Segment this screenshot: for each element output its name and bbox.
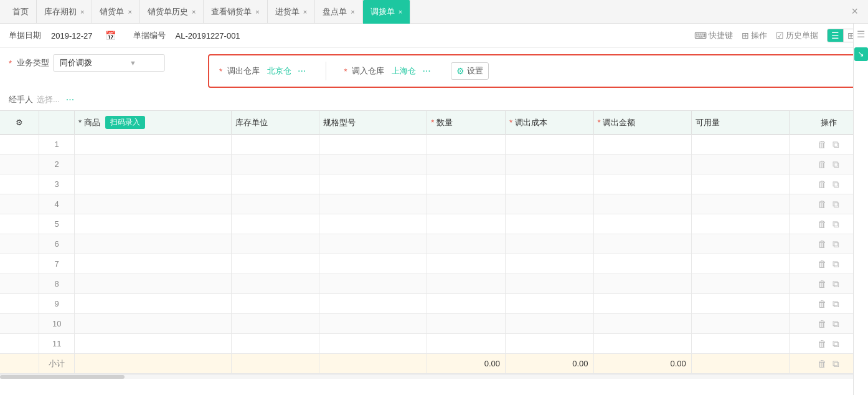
row-unit-cell[interactable] [231, 294, 319, 314]
row-qty-cell[interactable] [427, 234, 506, 254]
row-spec-cell[interactable] [319, 214, 427, 234]
row-qty-cell[interactable] [427, 294, 506, 314]
row-unit-cell[interactable] [231, 334, 319, 354]
row-cost-cell[interactable] [506, 314, 594, 334]
copy-icon[interactable]: ⧉ [833, 179, 839, 189]
copy-icon[interactable]: ⧉ [833, 199, 839, 209]
row-cost-cell[interactable] [506, 214, 594, 234]
row-product-cell[interactable] [75, 314, 232, 334]
settings-button[interactable]: ⚙ 设置 [451, 62, 489, 80]
row-unit-cell[interactable] [231, 174, 319, 194]
row-qty-cell[interactable] [427, 314, 506, 334]
subtotal-delete-icon[interactable]: 🗑 [818, 358, 827, 369]
shortcut-btn[interactable]: ⌨ 快捷键 [694, 30, 733, 41]
history-btn[interactable]: ☑ 历史单据 [776, 30, 818, 41]
row-spec-cell[interactable] [319, 234, 427, 254]
row-qty-cell[interactable] [427, 274, 506, 294]
row-unit-cell[interactable] [231, 155, 319, 174]
row-cost-cell[interactable] [506, 274, 594, 294]
row-available-cell[interactable] [691, 155, 789, 174]
copy-icon[interactable]: ⧉ [833, 278, 839, 289]
gear-col-header[interactable]: ⚙ [0, 111, 39, 135]
row-spec-cell[interactable] [319, 294, 427, 314]
tab-sales-history-close[interactable]: × [192, 8, 196, 16]
row-product-cell[interactable] [75, 254, 232, 274]
horizontal-scrollbar[interactable] [0, 374, 868, 379]
copy-icon[interactable]: ⧉ [833, 298, 839, 309]
row-available-cell[interactable] [691, 274, 789, 294]
row-product-cell[interactable] [75, 135, 232, 155]
row-amount-cell[interactable] [593, 174, 691, 194]
row-available-cell[interactable] [691, 314, 789, 334]
row-unit-cell[interactable] [231, 234, 319, 254]
delete-icon[interactable]: 🗑 [818, 318, 827, 329]
row-unit-cell[interactable] [231, 194, 319, 214]
row-spec-cell[interactable] [319, 174, 427, 194]
delete-icon[interactable]: 🗑 [818, 259, 827, 269]
row-spec-cell[interactable] [319, 334, 427, 354]
row-qty-cell[interactable] [427, 194, 506, 214]
row-product-cell[interactable] [75, 234, 232, 254]
row-spec-cell[interactable] [319, 254, 427, 274]
row-product-cell[interactable] [75, 194, 232, 214]
row-available-cell[interactable] [691, 254, 789, 274]
copy-icon[interactable]: ⧉ [833, 259, 839, 269]
row-spec-cell[interactable] [319, 135, 427, 155]
row-cost-cell[interactable] [506, 174, 594, 194]
sidebar-export-btn[interactable]: ↗ [854, 47, 868, 61]
row-cost-cell[interactable] [506, 155, 594, 174]
row-amount-cell[interactable] [593, 194, 691, 214]
row-cost-cell[interactable] [506, 194, 594, 214]
row-amount-cell[interactable] [593, 135, 691, 155]
row-unit-cell[interactable] [231, 214, 319, 234]
row-available-cell[interactable] [691, 135, 789, 155]
row-amount-cell[interactable] [593, 254, 691, 274]
tab-sales-order-close[interactable]: × [128, 8, 131, 16]
row-cost-cell[interactable] [506, 135, 594, 155]
operator-select[interactable]: 选择... [37, 94, 60, 105]
row-unit-cell[interactable] [231, 274, 319, 294]
tab-purchase-order[interactable]: 进货单 × [268, 0, 315, 24]
sidebar-list-icon[interactable]: ☰ [856, 29, 867, 40]
delete-icon[interactable]: 🗑 [818, 338, 827, 349]
row-cost-cell[interactable] [506, 234, 594, 254]
row-spec-cell[interactable] [319, 314, 427, 334]
row-spec-cell[interactable] [319, 274, 427, 294]
row-spec-cell[interactable] [319, 155, 427, 174]
row-amount-cell[interactable] [593, 155, 691, 174]
tab-inventory-init[interactable]: 库存期初 × [37, 0, 92, 24]
row-product-cell[interactable] [75, 214, 232, 234]
row-qty-cell[interactable] [427, 155, 506, 174]
delete-icon[interactable]: 🗑 [818, 179, 827, 189]
delete-icon[interactable]: 🗑 [818, 199, 827, 209]
copy-icon[interactable]: ⧉ [833, 318, 839, 329]
window-close-button[interactable]: × [846, 5, 863, 18]
operator-more-btn[interactable]: ··· [64, 94, 77, 105]
row-product-cell[interactable] [75, 155, 232, 174]
row-cost-cell[interactable] [506, 294, 594, 314]
copy-icon[interactable]: ⧉ [833, 139, 839, 150]
view-list-btn[interactable]: ☰ [828, 29, 844, 42]
row-unit-cell[interactable] [231, 314, 319, 334]
tab-inventory-init-close[interactable]: × [80, 8, 84, 16]
out-warehouse-more-btn[interactable]: ··· [295, 65, 308, 77]
row-unit-cell[interactable] [231, 135, 319, 155]
row-qty-cell[interactable] [427, 135, 506, 155]
row-amount-cell[interactable] [593, 294, 691, 314]
row-available-cell[interactable] [691, 334, 789, 354]
copy-icon[interactable]: ⧉ [833, 239, 839, 249]
row-available-cell[interactable] [691, 234, 789, 254]
row-product-cell[interactable] [75, 334, 232, 354]
scan-barcode-btn[interactable]: 扫码录入 [105, 116, 145, 129]
row-spec-cell[interactable] [319, 194, 427, 214]
tab-sales-history[interactable]: 销货单历史 × [140, 0, 204, 24]
tab-inventory-check-close[interactable]: × [351, 8, 354, 16]
row-available-cell[interactable] [691, 294, 789, 314]
row-amount-cell[interactable] [593, 274, 691, 294]
row-unit-cell[interactable] [231, 254, 319, 274]
row-available-cell[interactable] [691, 214, 789, 234]
delete-icon[interactable]: 🗑 [818, 139, 827, 150]
copy-icon[interactable]: ⧉ [833, 219, 839, 229]
row-amount-cell[interactable] [593, 334, 691, 354]
operation-btn[interactable]: ⊞ 操作 [742, 30, 767, 41]
